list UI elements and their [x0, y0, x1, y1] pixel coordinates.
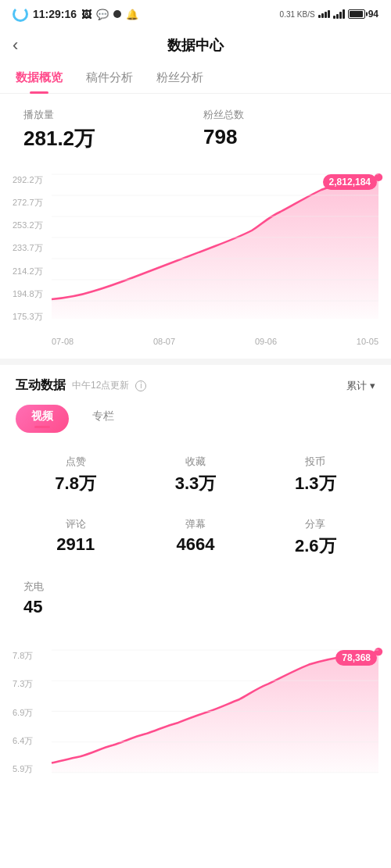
page-title: 数据中心: [167, 36, 224, 55]
likes-label: 点赞: [23, 455, 127, 469]
battery-icon: [348, 9, 365, 19]
tab-content[interactable]: 稿件分析: [86, 63, 133, 93]
play-count-value: 281.2万: [23, 125, 188, 152]
chevron-down-icon: ▾: [370, 380, 375, 391]
coins-label: 投币: [264, 455, 368, 469]
sub-tab-column[interactable]: 专栏: [77, 405, 130, 433]
fans-count-value: 798: [203, 125, 368, 149]
likes-chart-tooltip: 78,368: [335, 650, 377, 666]
interaction-header: 互动数据 中午12点更新 i 累计 ▾: [16, 377, 375, 394]
play-chart-x-axis: 07-08 08-07 09-06 10-05: [52, 337, 378, 346]
metrics-row-2: 评论 2911 弹幕 4664 分享 2.6万: [16, 508, 375, 567]
record-icon: [113, 10, 121, 18]
fans-count-label: 粉丝总数: [203, 108, 368, 122]
danmaku-metric: 弹幕 4664: [135, 508, 255, 567]
network-speed: 0.31 KB/S: [280, 10, 315, 19]
shares-value: 2.6万: [264, 534, 368, 558]
network-icon: [13, 6, 28, 22]
likes-chart-wrapper: 7.8万 7.3万 6.9万 6.4万 5.9万 78,368: [13, 650, 378, 791]
info-icon[interactable]: i: [135, 380, 146, 391]
battery-percent: 94: [368, 9, 378, 20]
status-left: 11:29:16 🖼 💬 🔔: [13, 6, 138, 22]
play-chart-y-axis: 292.2万 272.7万 253.2万 233.7万 214.2万 194.8…: [13, 174, 52, 323]
shares-metric: 分享 2.6万: [256, 508, 375, 567]
danmaku-label: 弹幕: [143, 517, 247, 531]
charge-value: 45: [23, 597, 127, 617]
stats-section: 播放量 281.2万 粉丝总数 798: [0, 94, 391, 166]
update-hint: 中午12点更新: [72, 379, 129, 392]
header: ‹ 数据中心: [0, 28, 391, 63]
comments-metric: 评论 2911: [16, 508, 135, 567]
status-time: 11:29:16: [33, 8, 77, 20]
favorites-label: 收藏: [143, 455, 247, 469]
play-chart-tooltip: 2,812,184: [323, 174, 377, 190]
coins-metric: 投币 1.3万: [256, 445, 375, 505]
status-bar: 11:29:16 🖼 💬 🔔 0.31 KB/S 94: [0, 0, 391, 28]
play-chart-wrapper: 292.2万 272.7万 253.2万 233.7万 214.2万 194.8…: [13, 174, 378, 346]
sub-tab-video[interactable]: 视频: [16, 405, 69, 433]
interaction-section: 互动数据 中午12点更新 i 累计 ▾ 视频 专栏 点赞 7.8万 收藏 3.3…: [0, 365, 391, 642]
play-chart-svg: [52, 174, 378, 323]
tab-fans[interactable]: 粉丝分析: [156, 63, 203, 93]
wifi-icon: [333, 9, 345, 19]
section-divider-1: [0, 359, 391, 365]
charge-metric: 充电 45: [16, 570, 135, 627]
likes-chart-svg: [52, 650, 378, 775]
status-right: 0.31 KB/S 94: [280, 9, 378, 20]
charge-label: 充电: [23, 580, 127, 594]
play-chart-area: 2,812,184: [52, 174, 378, 323]
interaction-title: 互动数据: [16, 377, 66, 394]
signal-icon: [318, 10, 330, 18]
fans-count-card: 粉丝总数 798: [203, 108, 368, 152]
likes-value: 7.8万: [23, 472, 127, 495]
comments-label: 评论: [23, 517, 127, 531]
chat-icon: 💬: [96, 9, 109, 20]
metrics-row-3: 充电 45: [16, 570, 375, 627]
play-chart-section: 292.2万 272.7万 253.2万 233.7万 214.2万 194.8…: [0, 166, 391, 359]
main-tabs: 数据概览 稿件分析 粉丝分析: [0, 63, 391, 94]
photo-icon: 🖼: [81, 9, 91, 20]
sub-tabs: 视频 专栏: [16, 405, 375, 433]
likes-chart-y-axis: 7.8万 7.3万 6.9万 6.4万 5.9万: [13, 650, 52, 775]
play-count-card: 播放量 281.2万: [23, 108, 188, 152]
favorites-value: 3.3万: [143, 472, 247, 495]
coins-value: 1.3万: [264, 472, 368, 495]
likes-chart-section: 7.8万 7.3万 6.9万 6.4万 5.9万 78,368: [0, 642, 391, 798]
danmaku-value: 4664: [143, 534, 247, 555]
likes-metric: 点赞 7.8万: [16, 445, 135, 505]
sub-tab-underline: [34, 426, 50, 428]
play-count-label: 播放量: [23, 108, 188, 122]
shares-label: 分享: [264, 517, 368, 531]
cumulative-button[interactable]: 累计 ▾: [346, 379, 375, 393]
likes-chart-area: 78,368: [52, 650, 378, 775]
interaction-title-group: 互动数据 中午12点更新 i: [16, 377, 146, 394]
back-button[interactable]: ‹: [13, 35, 18, 55]
comments-value: 2911: [23, 534, 127, 555]
favorites-metric: 收藏 3.3万: [135, 445, 255, 505]
metrics-row-1: 点赞 7.8万 收藏 3.3万 投币 1.3万: [16, 445, 375, 505]
bell-icon: 🔔: [126, 9, 138, 20]
tab-overview[interactable]: 数据概览: [16, 63, 63, 93]
